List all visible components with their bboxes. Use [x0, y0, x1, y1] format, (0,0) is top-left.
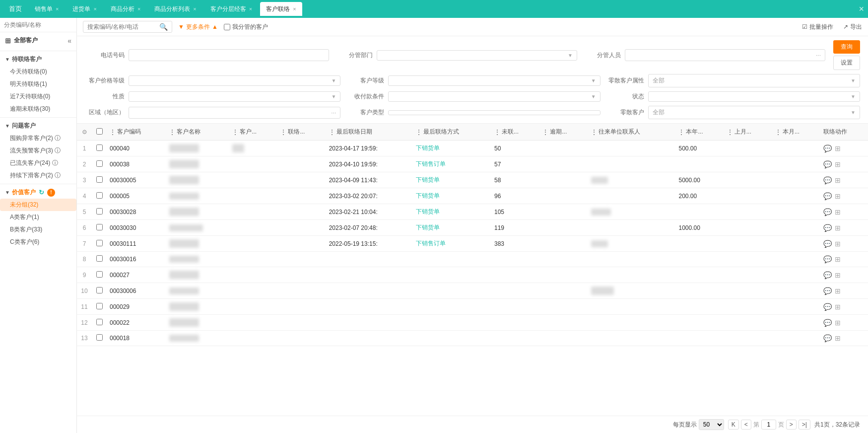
- prev-page-button[interactable]: <: [741, 420, 751, 430]
- row-checkbox[interactable]: [96, 271, 103, 278]
- grid-action-icon[interactable]: ⊞: [835, 334, 841, 342]
- row-checkbox-cell[interactable]: [92, 236, 107, 252]
- search-box[interactable]: 🔍: [83, 21, 172, 33]
- row-checkbox[interactable]: [96, 224, 103, 230]
- row-checkbox[interactable]: [96, 255, 103, 262]
- grid-action-icon[interactable]: ⊞: [835, 176, 841, 184]
- row-checkbox-cell[interactable]: [92, 141, 107, 156]
- row-checkbox[interactable]: [96, 208, 103, 215]
- sidebar-item-tomorrow-pending[interactable]: 明天待联络(1): [0, 78, 76, 90]
- message-action-icon[interactable]: 💬: [823, 319, 832, 327]
- select-all-checkbox[interactable]: [96, 128, 103, 135]
- sidebar-section-pending-contact[interactable]: ▼ 待联络客户: [0, 53, 76, 66]
- close-product-analysis-tab[interactable]: ×: [137, 6, 140, 12]
- person-select[interactable]: ···: [625, 49, 825, 61]
- sidebar-search-box[interactable]: 🔍: [0, 18, 76, 32]
- home-tab[interactable]: 首页: [4, 4, 27, 13]
- per-page-select[interactable]: 50 20 100: [699, 419, 724, 430]
- next-page-button[interactable]: >: [786, 420, 797, 430]
- sidebar-item-churned[interactable]: 已流失客户(24) ⓘ: [0, 157, 76, 169]
- grid-action-icon[interactable]: ⊞: [835, 240, 841, 248]
- sidebar-item-declining[interactable]: 持续下滑客户(2) ⓘ: [0, 169, 76, 182]
- tab-product-analysis-list[interactable]: 商品分析列表 ×: [148, 2, 202, 16]
- status-select[interactable]: ▼: [648, 91, 860, 102]
- sidebar-item-abnormal-purchase[interactable]: 囤购异常客户(2) ⓘ: [0, 132, 76, 144]
- row-checkbox-cell[interactable]: [92, 252, 107, 267]
- batch-operation-button[interactable]: ☑ 批量操作: [802, 23, 833, 31]
- message-action-icon[interactable]: 💬: [823, 192, 832, 200]
- sidebar-search-input[interactable]: [4, 21, 77, 28]
- grid-action-icon[interactable]: ⊞: [835, 303, 841, 311]
- grid-action-icon[interactable]: ⊞: [835, 144, 841, 152]
- row-checkbox[interactable]: [96, 240, 103, 246]
- person-dots[interactable]: ···: [816, 52, 821, 59]
- row-checkbox[interactable]: [96, 176, 103, 183]
- row-checkbox-cell[interactable]: [92, 220, 107, 236]
- row-checkbox-cell[interactable]: [92, 204, 107, 220]
- grid-action-icon[interactable]: ⊞: [835, 319, 841, 327]
- phone-input[interactable]: [129, 49, 329, 61]
- contact-method-link[interactable]: 下销货单: [416, 224, 440, 231]
- sidebar-section-problem-customers[interactable]: ▼ 问题客户: [0, 120, 76, 132]
- tab-customer-contact[interactable]: 客户联络 ×: [260, 2, 302, 16]
- row-checkbox[interactable]: [96, 319, 103, 325]
- tab-product-analysis[interactable]: 商品分析 ×: [105, 2, 146, 16]
- row-checkbox-cell[interactable]: [92, 172, 107, 188]
- region-select[interactable]: ···: [129, 107, 340, 119]
- close-purchase-order-tab[interactable]: ×: [93, 6, 96, 12]
- row-checkbox-cell[interactable]: [92, 315, 107, 331]
- search-input[interactable]: [87, 23, 157, 30]
- region-dots[interactable]: ···: [331, 109, 336, 116]
- close-customer-contact-tab[interactable]: ×: [293, 6, 296, 12]
- contact-method-link[interactable]: 下销售订单: [416, 240, 446, 247]
- export-button[interactable]: ↗ 导出: [843, 23, 862, 31]
- message-action-icon[interactable]: 💬: [823, 208, 832, 216]
- row-checkbox[interactable]: [96, 303, 103, 309]
- sidebar-item-churn-warning[interactable]: 流失预警客户(3) ⓘ: [0, 144, 76, 157]
- row-checkbox-cell[interactable]: [92, 299, 107, 315]
- my-customers-checkbox[interactable]: 我分管的客户: [224, 23, 268, 31]
- message-action-icon[interactable]: 💬: [823, 224, 832, 232]
- message-action-icon[interactable]: 💬: [823, 160, 832, 168]
- sidebar-section-value-customers[interactable]: ▼ 价值客户 ↻ !: [0, 186, 76, 199]
- grid-action-icon[interactable]: ⊞: [835, 255, 841, 263]
- first-page-button[interactable]: K: [728, 420, 739, 430]
- sidebar-item-7day-pending[interactable]: 近7天待联络(0): [0, 90, 76, 103]
- message-action-icon[interactable]: 💬: [823, 303, 832, 311]
- row-checkbox[interactable]: [96, 287, 103, 293]
- message-action-icon[interactable]: 💬: [823, 240, 832, 248]
- query-button[interactable]: 查询: [833, 40, 860, 54]
- row-checkbox-cell[interactable]: [92, 267, 107, 283]
- customer-level-select[interactable]: ▼: [388, 75, 600, 86]
- refresh-icon[interactable]: ↻: [39, 189, 44, 196]
- retail-attr-select[interactable]: 全部 ▼: [648, 74, 860, 87]
- checkbox-column-header[interactable]: [92, 124, 107, 141]
- message-action-icon[interactable]: 💬: [823, 334, 832, 342]
- row-checkbox-cell[interactable]: [92, 331, 107, 346]
- tab-sales-order[interactable]: 销售单 ×: [29, 2, 65, 16]
- price-level-select[interactable]: ▼: [129, 75, 340, 86]
- contact-method-link[interactable]: 下销货单: [416, 176, 440, 183]
- row-checkbox-cell[interactable]: [92, 156, 107, 172]
- row-checkbox[interactable]: [96, 144, 103, 151]
- contact-method-link[interactable]: 下销货单: [416, 192, 440, 199]
- window-close-button[interactable]: ×: [859, 4, 864, 14]
- customer-type-select[interactable]: [388, 110, 600, 115]
- message-action-icon[interactable]: 💬: [823, 176, 832, 184]
- nature-select[interactable]: ▼: [129, 91, 340, 102]
- close-product-analysis-list-tab[interactable]: ×: [193, 6, 196, 12]
- contact-method-link[interactable]: 下销货单: [416, 208, 440, 215]
- row-checkbox[interactable]: [96, 160, 103, 167]
- payment-select[interactable]: ▼: [388, 91, 600, 102]
- grid-action-icon[interactable]: ⊞: [835, 208, 841, 216]
- row-checkbox-cell[interactable]: [92, 188, 107, 204]
- sidebar-item-class-b[interactable]: B类客户(33): [0, 223, 76, 236]
- tab-customer-segment[interactable]: 客户分层经客 ×: [204, 2, 258, 16]
- contact-method-link[interactable]: 下销售订单: [416, 160, 446, 167]
- more-conditions-button[interactable]: ▼ 更多条件 ▲: [178, 23, 218, 31]
- grid-action-icon[interactable]: ⊞: [835, 160, 841, 168]
- close-customer-segment-tab[interactable]: ×: [249, 6, 252, 12]
- grid-action-icon[interactable]: ⊞: [835, 271, 841, 279]
- message-action-icon[interactable]: 💬: [823, 287, 832, 295]
- contact-method-link[interactable]: 下销货单: [416, 144, 440, 151]
